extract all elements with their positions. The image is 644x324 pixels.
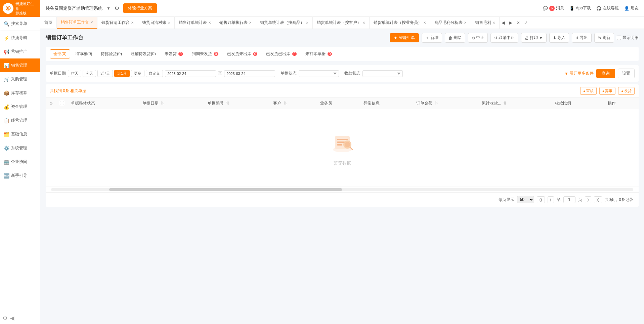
tab-maximize-button[interactable]: ⤢ — [522, 17, 530, 29]
set-button[interactable]: 设置 — [618, 69, 635, 78]
sidebar-item-guide[interactable]: 🆕 新手引导 — [0, 169, 40, 183]
table-checkbox-col[interactable] — [56, 98, 68, 109]
col-date[interactable]: 单据日期 ⇅ — [139, 98, 205, 109]
tab-close-icon[interactable]: ✕ — [168, 21, 170, 25]
date-to-input[interactable] — [224, 70, 275, 77]
online-service-button[interactable]: 🎧 在线客服 — [596, 5, 619, 11]
batch-review-button[interactable]: ● 审核 — [580, 87, 597, 95]
filter-tab-all[interactable]: 全部(0) — [50, 49, 70, 58]
smart-generate-button[interactable]: ★ 智能生单 — [390, 33, 419, 42]
tab-gross-profit[interactable]: 商品毛利分析表 ✕ — [430, 17, 471, 29]
tab-sales-order-workbench[interactable]: 销售订单工作台 ✕ — [57, 17, 97, 29]
sidebar-item-purchase[interactable]: 🛒 采购管理 — [0, 72, 40, 86]
tab-daily-clear-reconciliation[interactable]: 钱货日清对账 ✕ — [138, 17, 175, 29]
horizontal-scrollbar[interactable] — [51, 188, 633, 191]
tab-sales-margin[interactable]: 销售毛利 ✕ — [471, 17, 500, 29]
svg-point-6 — [345, 142, 350, 147]
import-button[interactable]: ⬇ 导入 — [549, 33, 569, 43]
page-first-button[interactable]: ⟨⟨ — [537, 196, 545, 203]
tab-close-icon[interactable]: ✕ — [492, 21, 495, 25]
tab-close-icon[interactable]: ✕ — [423, 21, 426, 25]
tab-close-icon[interactable]: ✕ — [90, 21, 93, 24]
expand-conditions-button[interactable]: ▼ 展开更多条件 — [564, 71, 594, 76]
collapse-icon[interactable]: ◀ — [10, 315, 14, 321]
show-detail-checkbox[interactable] — [617, 36, 621, 40]
filter-tab-pending-inspection[interactable]: 待拣验货(0) — [97, 49, 126, 58]
page-size-select[interactable]: 50 100 200 — [517, 196, 534, 203]
page-last-button[interactable]: ⟩⟩ — [594, 196, 602, 203]
sidebar-item-operations[interactable]: 📋 经营管理 — [0, 114, 40, 127]
show-detail-label[interactable]: 显示明细 — [617, 35, 639, 41]
topbar-settings-icon[interactable]: ⚙ — [115, 5, 119, 11]
print-button[interactable]: 🖨 打印 ▼ — [521, 33, 547, 43]
batch-ship-button[interactable]: ● 发货 — [618, 87, 635, 95]
filter-tab-not-printed[interactable]: 未打印单据 0 — [302, 49, 336, 58]
tab-sales-by-customer[interactable]: 销货单统计表（按客户） ✕ — [313, 17, 370, 29]
col-customer[interactable]: 客户 ⇅ — [270, 98, 316, 109]
filter-tab-wangpu-pending[interactable]: 旺铺待发货(0) — [127, 49, 160, 58]
scrollbar-thumb[interactable] — [109, 188, 342, 191]
batch-cancel-review-button[interactable]: ● 弃审 — [599, 87, 616, 95]
sidebar-item-marketing[interactable]: 📢 营销推广 — [0, 45, 40, 58]
app-download-button[interactable]: 📱 App下载 — [569, 5, 591, 11]
date-yesterday-button[interactable]: 昨天 — [68, 70, 81, 77]
tab-sales-by-salesperson[interactable]: 销货单统计表（按业务员） ✕ — [370, 17, 430, 29]
filter-tab-overdue-not-shipped[interactable]: 到期未发货 0 — [188, 49, 222, 58]
filter-tab-shipped-not-out[interactable]: 已发货未出库 0 — [223, 49, 261, 58]
date-from-input[interactable] — [165, 70, 216, 77]
sidebar-item-base-info[interactable]: 🗂️ 基础信息 — [0, 127, 40, 141]
tab-close-icon[interactable]: ✕ — [306, 21, 308, 25]
col-number[interactable]: 单据编号 ⇅ — [204, 98, 270, 109]
sidebar-item-inventory[interactable]: 📦 库存核算 — [0, 86, 40, 100]
sidebar-item-finance[interactable]: 💰 资金管理 — [0, 100, 40, 114]
page-number-input[interactable] — [563, 196, 575, 203]
filter-tab-not-shipped[interactable]: 未发货 0 — [161, 49, 187, 58]
filter-tab-pending-review[interactable]: 待审核(0) — [72, 49, 96, 58]
sidebar-item-sales[interactable]: 📊 销售管理 — [0, 58, 40, 72]
tab-sales-order-stats[interactable]: 销售订单统计表 ✕ — [175, 17, 215, 29]
tab-close-icon[interactable]: ✕ — [131, 21, 134, 25]
tab-nav-prev-button[interactable]: ◀ — [500, 17, 507, 29]
add-button[interactable]: ＋ 新增 — [422, 33, 442, 43]
filter-tab-shipped-out[interactable]: 已发货已出库 0 — [262, 49, 300, 58]
cancel-stop-button[interactable]: ↺ 取消中止 — [490, 33, 518, 43]
date-custom-button[interactable]: 自定义 — [146, 70, 163, 77]
sidebar-item-system[interactable]: ⚙️ 系统管理 — [0, 141, 40, 155]
tab-close-icon[interactable]: ✕ — [362, 21, 365, 25]
sidebar-item-quick-nav[interactable]: ⚡ 快捷导航 — [0, 31, 40, 45]
page-next-button[interactable]: ⟩ — [585, 196, 591, 203]
tab-close-icon[interactable]: ✕ — [249, 21, 252, 25]
sidebar-item-search[interactable]: 🔍 搜索菜单 — [0, 17, 40, 31]
tab-home[interactable]: 首页 — [40, 17, 57, 29]
payment-select[interactable] — [362, 70, 403, 77]
system-dropdown[interactable]: ▼ — [106, 6, 111, 11]
col-accumulated-payment[interactable]: 累计收款... ⇅ — [478, 98, 552, 109]
refresh-button[interactable]: ↻ 刷新 — [594, 33, 614, 43]
message-button[interactable]: 💬 6 消息 — [543, 5, 564, 11]
tab-sales-by-product[interactable]: 销货单统计表（按商品） ✕ — [256, 17, 313, 29]
user-menu-button[interactable]: 👤 用友 — [624, 5, 639, 11]
total-info: 共0页，0条记录 — [605, 197, 633, 203]
date-1month-button[interactable]: 近1月 — [114, 70, 130, 77]
page-prev-button[interactable]: ⟨ — [548, 196, 554, 203]
tab-close-all-button[interactable]: ✕ — [514, 17, 522, 29]
settings-icon[interactable]: ⚙ — [3, 315, 7, 321]
tab-close-icon[interactable]: ✕ — [464, 21, 467, 25]
date-7days-button[interactable]: 近7天 — [97, 70, 113, 77]
export-button[interactable]: ⬆ 导出 — [572, 33, 592, 43]
delete-button[interactable]: 🗑 删除 — [445, 33, 465, 43]
tab-close-icon[interactable]: ✕ — [208, 21, 211, 25]
query-button[interactable]: 查询 — [596, 69, 615, 78]
status-select[interactable] — [299, 70, 339, 77]
tab-nav-next-button[interactable]: ▶ — [507, 17, 514, 29]
date-more-button[interactable]: 更多 — [131, 70, 144, 77]
tab-daily-clear-workbench[interactable]: 钱货日清工作台 ✕ — [97, 17, 138, 29]
col-amount[interactable]: 订单金额 ⇅ — [413, 98, 478, 109]
industry-solution-button[interactable]: 体验行业方案 — [123, 3, 157, 13]
stop-button[interactable]: ⊘ 中止 — [468, 33, 488, 43]
sidebar-item-enterprise[interactable]: 🏢 企业协同 — [0, 155, 40, 169]
table-settings-col[interactable]: ⚙ — [46, 98, 56, 109]
tab-sales-order-exec[interactable]: 销售订单执行表 ✕ — [215, 17, 256, 29]
select-all-checkbox[interactable] — [60, 101, 64, 105]
date-today-button[interactable]: 今天 — [83, 70, 96, 77]
